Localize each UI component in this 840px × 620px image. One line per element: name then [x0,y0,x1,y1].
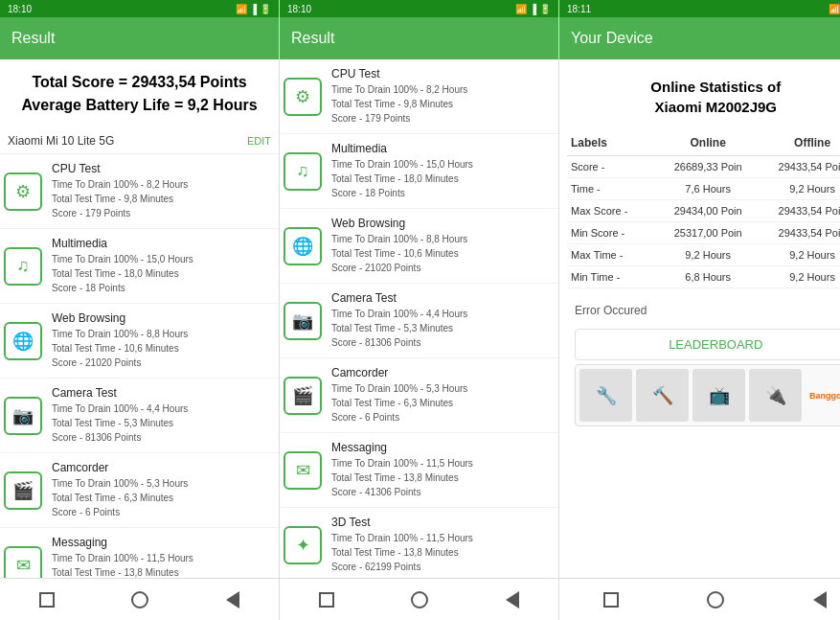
test-info: Camera Test Time To Drain 100% - 4,4 Hou… [52,386,275,445]
test-info: Camcorder Time To Drain 100% - 5,3 Hours… [52,461,275,519]
ad-product-3: 📺 [692,369,745,422]
bottom-nav-2 [280,578,558,620]
test-icon: 📷 [4,397,42,435]
test-item: 🌐 Web Browsing Time To Drain 100% - 8,8 … [280,209,558,284]
status-bar-1: 18:10 📶 ▐ 🔋 [0,0,279,17]
test-info: Web Browsing Time To Drain 100% - 8,8 Ho… [52,311,275,370]
test-icon: ✉ [4,546,42,579]
test-name: Multimedia [52,237,275,250]
status-icons-3: 📶 ▐ 🔋 [829,4,840,14]
test-details: Time To Drain 100% - 15,0 HoursTotal Tes… [331,157,555,200]
error-label: Error Occured [575,304,647,317]
table-cell-online: 26689,33 Poin [656,156,761,178]
panel-header-2: Result [280,17,558,59]
test-name: Camcorder [331,366,555,379]
test-icon: 🌐 [4,322,42,360]
status-icons-1: 📶 ▐ 🔋 [236,4,271,14]
table-cell-label: Min Score - [567,222,656,244]
table-cell-offline: 9,2 Hours [761,244,840,266]
test-item: 🎬 Camcorder Time To Drain 100% - 5,3 Hou… [0,453,279,528]
table-cell-online: 6,8 Hours [656,266,761,288]
table-cell-offline: 29433,54 Poin [761,222,840,244]
test-icon: 🌐 [284,227,322,265]
test-name: CPU Test [331,67,555,80]
test-info: Multimedia Time To Drain 100% - 15,0 Hou… [331,142,555,200]
test-details: Time To Drain 100% - 4,4 HoursTotal Test… [331,307,555,350]
device-subtitle: Xiaomi Mi 10 Lite 5G EDIT [0,128,279,154]
test-icon: 🎬 [4,471,42,510]
device-name: Xiaomi Mi 10 Lite 5G [8,134,114,148]
test-item: ♫ Multimedia Time To Drain 100% - 15,0 H… [0,229,279,304]
test-info: 3D Test Time To Drain 100% - 11,5 HoursT… [331,516,555,574]
panel-title-1: Result [11,30,55,47]
table-cell-label: Time - [567,178,656,200]
table-cell-online: 25317,00 Poin [656,222,761,244]
nav-circle-2[interactable] [406,586,433,613]
table-cell-label: Max Time - [567,244,656,266]
wifi-icon-1: 📶 [236,4,247,14]
test-icon: ♫ [284,152,322,191]
test-details: Time To Drain 100% - 11,5 HoursTotal Tes… [52,551,275,578]
ad-product-4: 🔌 [749,369,802,422]
total-score-line: Total Score = 29433,54 Points [8,71,271,94]
ad-product-1: 🔧 [579,369,632,422]
test-name: Web Browsing [331,217,555,230]
test-info: Messaging Time To Drain 100% - 11,5 Hour… [52,536,275,578]
battery-icon-2: 🔋 [539,4,551,14]
test-icon: 🎬 [284,377,322,415]
signal-icon-1: ▐ [250,4,257,14]
test-icon: ♫ [4,247,42,286]
test-icon: ⚙ [4,172,42,211]
leaderboard-button[interactable]: LEADERBOARD [575,329,840,360]
test-info: Camcorder Time To Drain 100% - 5,3 Hours… [331,366,555,425]
table-cell-label: Max Score - [567,200,656,222]
table-cell-offline: 29433,54 Poin [761,200,840,222]
edit-button[interactable]: EDIT [247,135,271,147]
bottom-nav-3 [559,578,840,620]
test-name: Messaging [331,441,555,454]
test-item: ✉ Messaging Time To Drain 100% - 11,5 Ho… [0,528,279,578]
test-item: ⚙ CPU Test Time To Drain 100% - 8,2 Hour… [280,59,558,134]
test-name: Messaging [52,536,275,549]
test-info: Camera Test Time To Drain 100% - 4,4 Hou… [331,291,555,350]
test-info: Web Browsing Time To Drain 100% - 8,8 Ho… [331,217,555,275]
test-item: 🎬 Camcorder Time To Drain 100% - 5,3 Hou… [280,358,558,433]
signal-icon-2: ▐ [530,4,536,14]
test-icon: ⚙ [284,78,322,116]
table-header: Labels [567,130,656,156]
test-name: Camera Test [52,386,275,400]
panel-result-2: 18:10 📶 ▐ 🔋 Result ⚙ CPU Test Time To Dr… [280,0,559,620]
nav-back-1[interactable] [219,586,246,613]
nav-circle-1[interactable] [126,586,153,613]
stats-table: LabelsOnlineOfflineScore -26689,33 Poin2… [567,130,840,288]
nav-back-3[interactable] [806,586,833,613]
avg-battery-line: Average Battery Life = 9,2 Hours [8,94,271,117]
test-item: 📷 Camera Test Time To Drain 100% - 4,4 H… [0,379,279,453]
test-list-1: ⚙ CPU Test Time To Drain 100% - 8,2 Hour… [0,154,279,578]
table-cell-offline: 9,2 Hours [761,178,840,200]
device-stats-title: Online Statistics of Xiaomi M2002J9G [567,67,840,123]
panel-title-2: Result [291,30,334,47]
table-row: Max Score -29434,00 Poin29433,54 Poin [567,200,840,222]
panel-header-1: Result [0,17,279,59]
test-details: Time To Drain 100% - 15,0 HoursTotal Tes… [52,252,275,295]
nav-square-1[interactable] [34,586,60,613]
nav-square-2[interactable] [313,586,340,613]
test-details: Time To Drain 100% - 11,5 HoursTotal Tes… [331,456,555,499]
bottom-nav-1 [0,578,279,620]
table-cell-online: 7,6 Hours [656,178,761,200]
nav-circle-3[interactable] [702,586,729,613]
panel-result-1: 18:10 📶 ▐ 🔋 Result Total Score = 29433,5… [0,0,280,620]
test-details: Time To Drain 100% - 5,3 HoursTotal Test… [331,381,555,425]
nav-back-2[interactable] [499,586,526,613]
test-details: Time To Drain 100% - 8,8 HoursTotal Test… [52,327,275,370]
test-info: CPU Test Time To Drain 100% - 8,2 HoursT… [331,67,555,126]
table-cell-offline: 29433,54 Poin [761,156,840,178]
nav-square-3[interactable] [598,586,624,613]
ad-product-2: 🔨 [636,369,689,422]
test-info: Multimedia Time To Drain 100% - 15,0 Hou… [52,237,275,295]
test-details: Time To Drain 100% - 8,2 HoursTotal Test… [331,82,555,126]
test-icon: ✉ [284,451,322,490]
table-cell-offline: 9,2 Hours [761,266,840,288]
test-info: CPU Test Time To Drain 100% - 8,2 HoursT… [52,162,275,220]
